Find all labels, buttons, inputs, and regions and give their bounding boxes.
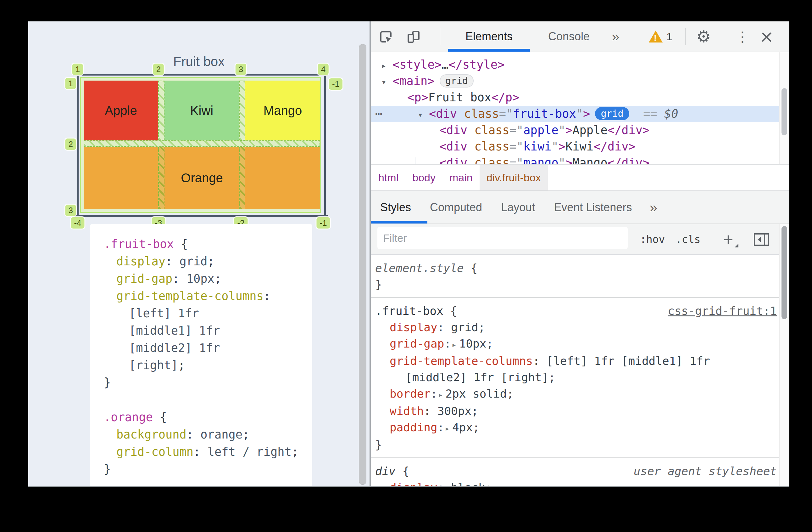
dom-scrollbar-thumb[interactable] (782, 88, 787, 135)
styles-tab-layout[interactable]: Layout (492, 191, 545, 224)
code-token: 300px (437, 405, 472, 417)
class-toggle[interactable]: .cls (676, 224, 700, 254)
tab-console-label: Console (548, 30, 590, 43)
css-declaration[interactable]: border:▸2px solid; (375, 386, 777, 403)
styles-scrollbar-track[interactable] (779, 224, 789, 486)
styles-scrollbar-thumb[interactable] (782, 226, 787, 319)
dom-scrollbar-track[interactable] (779, 52, 789, 164)
grid-cell-apple: Apple (84, 81, 158, 140)
warning-counter-button[interactable]: 1 (649, 22, 672, 52)
css-declaration[interactable]: width: 300px; (375, 403, 777, 419)
page-scrollbar-thumb[interactable] (359, 44, 366, 485)
code-token: =" (509, 123, 524, 137)
code-token: { (450, 304, 457, 317)
dom-tree-row[interactable]: <p>Fruit box</p> (371, 89, 789, 106)
code-token: : (193, 445, 207, 459)
code-line: } (104, 374, 312, 391)
code-token: : (431, 387, 437, 400)
grid-adorner-badge[interactable]: grid (440, 74, 474, 87)
breadcrumb-item-div-fruit-box[interactable]: div.fruit-box (480, 165, 548, 191)
code-token: == (629, 107, 664, 121)
code-token: ▸ (444, 424, 452, 433)
dom-tree-row[interactable]: ⋯▾<div class="fruit-box">grid == $0 (371, 106, 789, 122)
css-declaration[interactable]: display: block; (375, 479, 777, 486)
pseudo-hover-toggle[interactable]: :hov (640, 224, 665, 254)
dom-tree-row[interactable]: <div class="apple">Apple</div> (371, 122, 789, 139)
dom-row-menu-icon[interactable]: ⋯ (375, 106, 382, 122)
grid-line-number-badge: -1 (329, 79, 343, 90)
code-token: [left] 1fr (129, 307, 199, 320)
styles-tab-event-listeners[interactable]: Event Listeners (545, 191, 641, 224)
device-toolbar-icon[interactable] (406, 29, 421, 44)
code-token: <main> (392, 74, 435, 88)
code-token: <div (429, 107, 457, 121)
code-line: display: grid; (104, 253, 312, 270)
style-rule-ua-div-rule[interactable]: user agent stylesheetdiv {display: block… (371, 458, 789, 486)
code-token: Mango (572, 156, 607, 164)
inspect-element-icon[interactable] (378, 29, 393, 44)
code-token: </style> (448, 58, 505, 71)
settings-gear-icon[interactable]: ⚙ (696, 22, 711, 52)
code-token: ▸ (451, 340, 459, 349)
code-token: grid-gap (116, 272, 172, 285)
dom-tree-row[interactable]: <div class="mango">Mango</div> (371, 155, 789, 164)
code-token: [middle1] 1fr (129, 324, 220, 337)
breadcrumb-item-body[interactable]: body (405, 165, 443, 191)
grid-col-gap-hatch-overlay (239, 147, 245, 209)
close-devtools-icon[interactable]: × (759, 22, 774, 52)
code-token: > (583, 107, 590, 121)
more-tabs-chevron-icon: » (612, 29, 619, 44)
fruit-box-grid: Apple Kiwi Mango Orange (80, 77, 321, 213)
grid-line-number-badge: 3 (66, 205, 76, 216)
css-code-block: .orange {background: orange;grid-column:… (104, 409, 312, 478)
dom-tree-row[interactable]: <div class="kiwi">Kiwi</div> (371, 139, 789, 155)
code-token: class (474, 140, 509, 153)
code-token: 4px (452, 421, 473, 434)
more-tabs-button[interactable]: » (612, 22, 619, 52)
css-declaration[interactable]: padding:▸4px; (375, 419, 777, 437)
toolbar-separator (685, 28, 685, 45)
css-declaration[interactable]: grid-gap:▸10px; (375, 336, 777, 353)
code-token: display (390, 481, 437, 486)
code-token: left / right (207, 445, 291, 459)
styles-tab-styles[interactable]: Styles (371, 191, 420, 224)
code-token: ; (215, 272, 221, 285)
css-declaration[interactable]: grid-template-columns: [left] 1fr [middl… (375, 353, 777, 369)
user-agent-stylesheet-note: user agent stylesheet (634, 463, 777, 479)
styles-filter-input[interactable] (377, 227, 628, 249)
rule-header: css-grid-fruit:1.fruit-box { (375, 303, 777, 319)
code-token: : (424, 405, 437, 417)
code-token: .fruit-box (104, 237, 174, 251)
code-token: </div> (608, 123, 650, 137)
apple-label: Apple (105, 103, 137, 118)
stylesheet-source-link[interactable]: css-grid-fruit:1 (668, 303, 777, 319)
css-declaration[interactable]: display: grid; (375, 319, 777, 336)
grid-line-number-badge: 2 (66, 139, 76, 150)
grid-line-number-badge: 3 (235, 64, 246, 75)
toggle-sidebar-icon[interactable] (753, 232, 770, 248)
dom-tree-row[interactable]: ▸<style>…</style> (371, 57, 789, 73)
dom-tree-row[interactable]: ▾<main>grid (371, 73, 789, 89)
code-token: > (559, 140, 565, 153)
style-rule-element-style[interactable]: element.style {} (371, 255, 789, 298)
breadcrumb-item-html[interactable]: html (372, 165, 405, 191)
tab-elements-label: Elements (465, 30, 512, 43)
code-token: class (474, 156, 509, 164)
tab-console[interactable]: Console (541, 22, 597, 52)
styles-tab-computed[interactable]: Computed (420, 191, 492, 224)
css-declaration[interactable]: [middle2] 1fr [right]; (375, 369, 777, 386)
grid-adorner-badge[interactable]: grid (595, 107, 629, 120)
warning-count: 1 (666, 30, 672, 43)
rule-header: user agent stylesheetdiv { (375, 463, 777, 479)
styles-more-tabs-chevron[interactable]: » (641, 191, 665, 224)
breadcrumb-item-main[interactable]: main (443, 165, 480, 191)
dom-tree: ▸<style>…</style>▾<main>grid<p>Fruit box… (371, 52, 789, 164)
new-style-rule-button[interactable]: + (723, 224, 734, 254)
style-rule-fruit-box-rule[interactable]: css-grid-fruit:1.fruit-box {display: gri… (371, 298, 789, 458)
grid-line-row-1 (73, 74, 328, 75)
tab-elements[interactable]: Elements (448, 22, 530, 52)
grid-line-col-1 (77, 71, 78, 221)
kebab-menu-icon[interactable]: ⋮ (736, 22, 750, 52)
code-token: grid-column (116, 445, 193, 459)
code-token: =" (499, 107, 513, 121)
